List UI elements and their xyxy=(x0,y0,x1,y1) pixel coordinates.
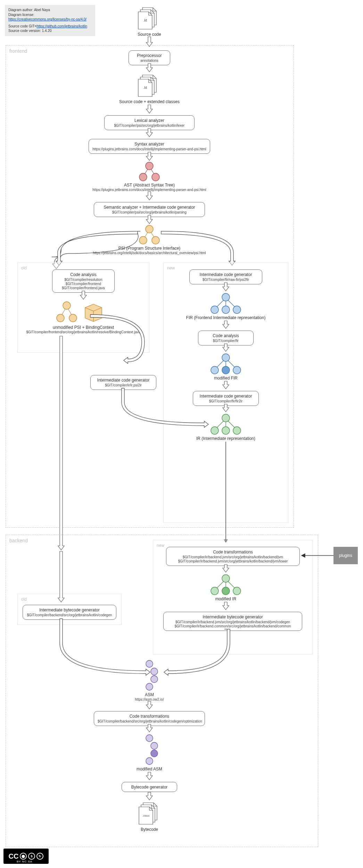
svg-point-49 xyxy=(146,683,153,690)
svg-point-41 xyxy=(222,575,230,582)
svg-point-6 xyxy=(152,173,159,181)
psi-label: PSI (Program Structure Interface) https:… xyxy=(89,246,210,256)
cc-by-icon: ⬤ xyxy=(20,853,27,860)
preprocessor-node: Preprocessor annotations xyxy=(129,50,170,65)
backend-old-ibg-node: Intermediate bytecode generator $GIT/com… xyxy=(23,605,116,620)
cc-license-badge: CC ⬤ $ ↻ BY NC SA xyxy=(3,849,49,864)
meta-git: Source code GIT=https://github.com/jetbr… xyxy=(8,24,92,29)
backend-new-ibg-node: Intermediate bytecode generator $GIT/com… xyxy=(163,612,302,631)
modified-asm-label: modified ASM xyxy=(129,767,170,772)
new-code-analysis-node: Code analysis $GIT/compiler/fir xyxy=(198,331,254,345)
source-code-label: Source code xyxy=(132,32,167,37)
svg-point-46 xyxy=(146,660,153,667)
meta-author: Diagram author: Abel Naya xyxy=(8,8,92,12)
modified-fir-label: modified FIR xyxy=(195,376,257,381)
frontend-label: frontend xyxy=(9,48,27,54)
svg-point-50 xyxy=(146,735,153,742)
svg-point-43 xyxy=(222,587,230,595)
svg-point-20 xyxy=(222,293,230,301)
diagram-metadata: Diagram author: Abel Naya Diagram licens… xyxy=(5,5,95,36)
svg-point-9 xyxy=(146,225,153,233)
backend-new-label: new xyxy=(157,543,164,548)
psi-binding-icon xyxy=(56,301,111,324)
new-intercode1-node: Intermediate code generator $GIT/compile… xyxy=(189,269,262,284)
modified-ir-label: modified IR xyxy=(198,596,254,602)
svg-point-53 xyxy=(146,758,153,765)
license-link[interactable]: https://creativecommons.org/licenses/by-… xyxy=(8,17,86,21)
svg-point-23 xyxy=(233,306,241,314)
bytecode-generator-node: Bytecode generator xyxy=(122,782,177,792)
modified-fir-tree-icon xyxy=(208,353,243,375)
svg-point-34 xyxy=(222,414,230,422)
svg-point-11 xyxy=(152,236,159,244)
old-code-analysis-node: Code analysis $GIT/compiler/resolution $… xyxy=(52,269,115,293)
asm-stack-icon xyxy=(145,660,159,692)
new-intercode2-node: Intermediate code generator $GIT/compile… xyxy=(193,391,259,406)
fir-label: FIR (Frontend Intermediate representatio… xyxy=(177,315,274,320)
fir-tree-icon xyxy=(208,293,243,315)
backend-label: backend xyxy=(9,538,28,543)
svg-point-15 xyxy=(57,314,64,322)
source-extended-label: Source code + extended classes xyxy=(111,99,188,105)
semantic-analyzer-node: Semantic analyzer + Intermediate code ge… xyxy=(94,202,205,217)
svg-text:.kt: .kt xyxy=(143,18,147,22)
svg-point-36 xyxy=(222,427,230,434)
backend-code-transform2-node: Code transformations $GIT/compiler/backe… xyxy=(94,711,205,726)
svg-point-10 xyxy=(139,236,147,244)
svg-point-35 xyxy=(211,427,218,434)
svg-point-14 xyxy=(63,302,71,309)
source-code-files-icon: .kt xyxy=(136,7,164,32)
svg-text:.kt: .kt xyxy=(143,86,147,90)
old-intercode-node: Intermediate code generator $GIT/compile… xyxy=(90,375,156,390)
extended-files-icon: .kt xyxy=(136,74,164,99)
svg-point-16 xyxy=(69,314,77,322)
svg-point-21 xyxy=(211,306,218,314)
lexical-analyzer-node: Lexical analyzer $GIT/compiler/psi/src/o… xyxy=(104,115,195,130)
svg-point-52 xyxy=(151,750,158,757)
git-link[interactable]: https://github.com/jetbrains/kotlin xyxy=(36,24,87,28)
psi-binding-label: unmodified PSI + BindingContext $GIT/com… xyxy=(21,325,146,335)
plugins-box: plugins xyxy=(333,547,358,564)
frontend-old-label: old xyxy=(21,266,27,270)
ir-tree-icon xyxy=(208,414,243,435)
svg-point-29 xyxy=(222,366,230,374)
ast-label: AST (Abstract Syntax Tree) https://plugi… xyxy=(89,183,210,192)
backend-old-label: old xyxy=(21,597,27,602)
meta-version: Source code version: 1.4.20 xyxy=(8,28,92,33)
bytecode-label: Bytecode xyxy=(132,827,167,832)
modified-asm-stack-icon xyxy=(145,734,159,766)
svg-point-22 xyxy=(222,306,230,314)
psi-tree-icon xyxy=(138,225,160,245)
svg-point-48 xyxy=(151,676,158,683)
backend-code-transform-node: Code transformations $GIT/compiler/ir/ba… xyxy=(166,547,300,566)
svg-text:.class: .class xyxy=(142,814,149,817)
svg-point-51 xyxy=(151,742,158,749)
meta-license: Diagram license: https://creativecommons… xyxy=(8,12,92,22)
ir-label: IR (Intermediate representation) xyxy=(188,436,264,441)
svg-point-27 xyxy=(222,354,230,361)
svg-point-42 xyxy=(211,587,218,595)
cc-sa-icon: ↻ xyxy=(36,853,43,860)
asm-label: ASM https://asm.ow2.io/ xyxy=(129,692,170,702)
svg-point-4 xyxy=(146,162,153,170)
svg-point-47 xyxy=(151,668,158,675)
svg-point-5 xyxy=(139,173,147,181)
frontend-new-label: new xyxy=(167,266,175,270)
svg-point-37 xyxy=(233,427,241,434)
modified-ir-tree-icon xyxy=(208,574,243,596)
svg-point-28 xyxy=(211,366,218,374)
syntax-analyzer-node: Syntax analyzer https://plugins.jetbrain… xyxy=(89,139,210,154)
bytecode-files-icon: .class xyxy=(137,802,165,827)
svg-point-44 xyxy=(233,587,241,595)
cc-nc-icon: $ xyxy=(28,853,35,860)
ast-tree-icon xyxy=(138,162,160,182)
svg-point-30 xyxy=(233,366,241,374)
